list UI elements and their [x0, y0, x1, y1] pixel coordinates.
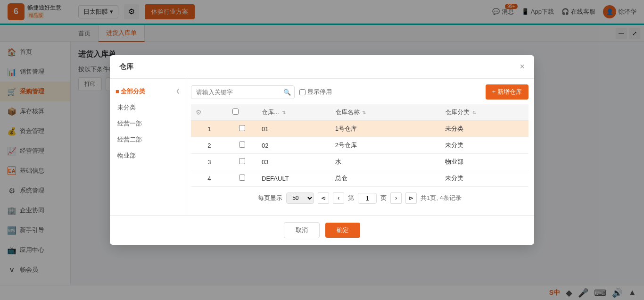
- sort-name-icon: ⇅: [362, 110, 366, 115]
- category-panel: ■ 全部分类 《 未分类 经营一部 经营二部 物业部: [110, 79, 185, 215]
- cat-item-ops1[interactable]: 经营一部: [110, 116, 185, 132]
- modal-title: 仓库: [119, 62, 133, 71]
- total-info: 共1页, 4条记录: [421, 194, 462, 202]
- modal-overlay: 仓库 × ■ 全部分类 《 未分类 经营一部 经营二部: [0, 0, 644, 300]
- collapse-icon[interactable]: 《: [173, 88, 179, 96]
- row-code-4: DEFAULT: [257, 170, 330, 187]
- show-disabled-checkbox[interactable]: [299, 89, 305, 95]
- page-label-post: 页: [380, 194, 387, 202]
- content-panel: 🔍 显示停用 + 新增仓库 ⚙: [185, 79, 534, 215]
- warehouse-modal: 仓库 × ■ 全部分类 《 未分类 经营一部 经营二部: [110, 55, 534, 245]
- row-category-3: 物业部: [440, 154, 528, 170]
- cat-item-ops2[interactable]: 经营二部: [110, 132, 185, 148]
- row-category-4: 未分类: [440, 170, 528, 187]
- row-category-1: 未分类: [440, 121, 528, 137]
- modal-close-button[interactable]: ×: [520, 62, 525, 72]
- row-name-3: 水: [330, 154, 440, 170]
- sort-category-icon: ⇅: [472, 110, 476, 115]
- select-all-checkbox[interactable]: [232, 108, 239, 115]
- page-next-button[interactable]: ›: [390, 192, 402, 204]
- category-all-label: ■ 全部分类: [116, 87, 145, 96]
- row-name-2: 2号仓库: [330, 137, 440, 154]
- page-label-pre: 第: [348, 194, 354, 202]
- per-page-label: 每页显示: [258, 194, 282, 202]
- table-gear-icon[interactable]: ⚙: [196, 108, 202, 116]
- search-bar: 🔍 显示停用 + 新增仓库: [191, 84, 528, 100]
- row-checkbox-3[interactable]: [228, 154, 257, 170]
- category-header[interactable]: ■ 全部分类 《: [110, 83, 185, 100]
- th-checkbox[interactable]: [228, 104, 257, 121]
- row-seq-3: 3: [191, 154, 228, 170]
- page-prev-button[interactable]: ‹: [333, 192, 344, 204]
- row-seq-1: 1: [191, 121, 228, 137]
- sort-code-icon: ⇅: [282, 110, 286, 115]
- table-container: ⚙ 仓库... ⇅ 仓库名称: [191, 104, 528, 187]
- per-page-select[interactable]: 50 100 200: [286, 192, 314, 204]
- modal-body: ■ 全部分类 《 未分类 经营一部 经营二部 物业部: [110, 79, 534, 215]
- confirm-button[interactable]: 确定: [325, 223, 360, 238]
- table-row[interactable]: 1 01 1号仓库 未分类: [191, 121, 528, 137]
- row-code-1: 01: [257, 121, 330, 137]
- th-name[interactable]: 仓库名称 ⇅: [330, 104, 440, 121]
- row-name-4: 总仓: [330, 170, 440, 187]
- row-seq-4: 4: [191, 170, 228, 187]
- pagination-bar: 每页显示 50 100 200 ⊲ ‹ 第 页 › ⊳ 共1页, 4条记录: [191, 187, 528, 209]
- row-checkbox-4[interactable]: [228, 170, 257, 187]
- row-code-3: 03: [257, 154, 330, 170]
- th-category[interactable]: 仓库分类 ⇅: [440, 104, 528, 121]
- th-code[interactable]: 仓库... ⇅: [257, 104, 330, 121]
- cat-item-unclassified[interactable]: 未分类: [110, 100, 185, 116]
- table-header: ⚙ 仓库... ⇅ 仓库名称: [191, 104, 528, 121]
- page-last-button[interactable]: ⊳: [405, 192, 417, 204]
- add-warehouse-button[interactable]: + 新增仓库: [486, 84, 528, 100]
- row-name-1: 1号仓库: [330, 121, 440, 137]
- search-icon[interactable]: 🔍: [283, 89, 291, 96]
- th-gear[interactable]: ⚙: [191, 104, 228, 121]
- modal-footer: 取消 确定: [110, 215, 534, 245]
- search-input-wrap: 🔍: [191, 85, 295, 99]
- cat-item-property[interactable]: 物业部: [110, 148, 185, 164]
- table-row[interactable]: 3 03 水 物业部: [191, 154, 528, 170]
- warehouse-table: ⚙ 仓库... ⇅ 仓库名称: [191, 104, 528, 187]
- row-seq-2: 2: [191, 137, 228, 154]
- row-code-2: 02: [257, 137, 330, 154]
- table-row[interactable]: 2 02 2号仓库 未分类: [191, 137, 528, 154]
- table-row[interactable]: 4 DEFAULT 总仓 未分类: [191, 170, 528, 187]
- row-checkbox-2[interactable]: [228, 137, 257, 154]
- page-number-input[interactable]: [358, 193, 377, 204]
- page-first-button[interactable]: ⊲: [318, 192, 329, 204]
- show-disabled-label[interactable]: 显示停用: [299, 88, 332, 96]
- row-checkbox-1[interactable]: [228, 121, 257, 137]
- row-category-2: 未分类: [440, 137, 528, 154]
- search-input[interactable]: [191, 85, 295, 99]
- modal-header: 仓库 ×: [110, 55, 534, 79]
- cancel-button[interactable]: 取消: [284, 222, 320, 238]
- table-body: 1 01 1号仓库 未分类 2 02 2号仓库: [191, 121, 528, 187]
